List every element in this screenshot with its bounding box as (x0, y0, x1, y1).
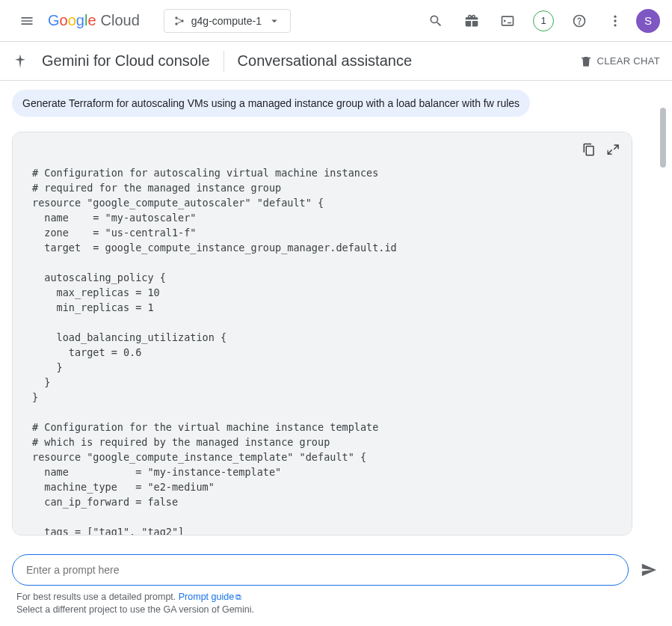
hint-ga: Select a different project to use the GA… (16, 604, 656, 615)
input-area: For best results use a detailed prompt. … (12, 554, 660, 617)
project-icon (173, 15, 185, 27)
expand-icon (606, 143, 620, 156)
logo-google-text: Google (48, 12, 96, 29)
code-block: # Configuration for autoscaling virtual … (13, 132, 632, 535)
prompt-guide-link[interactable]: Prompt guide⧉ (179, 592, 241, 602)
external-link-icon: ⧉ (235, 592, 241, 601)
more-vert-icon (608, 13, 623, 28)
menu-button[interactable] (12, 6, 42, 36)
help-icon (572, 13, 587, 28)
avatar-initial: S (644, 14, 652, 27)
code-content: # Configuration for autoscaling virtual … (32, 165, 617, 535)
svg-point-5 (614, 24, 616, 26)
svg-point-1 (175, 22, 177, 25)
hint-prompt-guide: For best results use a detailed prompt. … (16, 592, 656, 602)
topbar: Google Cloud g4g-compute-1 1 S (0, 0, 672, 42)
project-picker[interactable]: g4g-compute-1 (164, 9, 291, 33)
svg-point-4 (614, 19, 616, 22)
terminal-icon (500, 13, 515, 28)
notification-count-badge: 1 (533, 10, 554, 31)
scrollbar-thumb[interactable] (660, 108, 666, 168)
svg-point-0 (175, 16, 177, 19)
svg-point-2 (181, 19, 183, 22)
code-actions (582, 143, 620, 156)
send-button[interactable] (638, 559, 660, 581)
search-icon (428, 13, 443, 28)
chat-area: Generate Terraform for autoscaling VMs u… (0, 81, 672, 626)
search-button[interactable] (421, 6, 451, 36)
trash-icon (579, 55, 593, 68)
copy-icon (582, 143, 596, 156)
notifications-button[interactable]: 1 (528, 6, 558, 36)
page-title: Gemini for Cloud console (42, 52, 210, 70)
google-cloud-logo[interactable]: Google Cloud (48, 12, 140, 29)
avatar[interactable]: S (636, 9, 660, 33)
subheader: Gemini for Cloud console Conversational … (0, 42, 672, 81)
hint-text: For best results use a detailed prompt. (16, 592, 179, 602)
gemini-icon (12, 53, 28, 70)
chevron-down-icon (268, 14, 281, 28)
expand-code-button[interactable] (606, 143, 620, 156)
hamburger-icon (19, 13, 34, 28)
clear-chat-button[interactable]: CLEAR CHAT (579, 55, 660, 68)
copy-code-button[interactable] (582, 143, 596, 156)
gift-icon (464, 13, 479, 28)
help-button[interactable] (564, 6, 594, 36)
user-message: Generate Terraform for autoscaling VMs u… (12, 90, 530, 117)
logo-cloud-text: Cloud (101, 12, 140, 29)
project-name: g4g-compute-1 (191, 15, 262, 27)
prompt-input[interactable] (12, 554, 629, 586)
page-subtitle: Conversational assistance (238, 52, 412, 70)
cloud-shell-button[interactable] (493, 6, 523, 36)
send-icon (641, 562, 657, 578)
svg-point-3 (614, 15, 616, 17)
divider (224, 51, 224, 72)
assistant-response: # Configuration for autoscaling virtual … (12, 132, 632, 536)
more-button[interactable] (600, 6, 630, 36)
clear-chat-label: CLEAR CHAT (597, 55, 660, 67)
free-trial-button[interactable] (457, 6, 487, 36)
